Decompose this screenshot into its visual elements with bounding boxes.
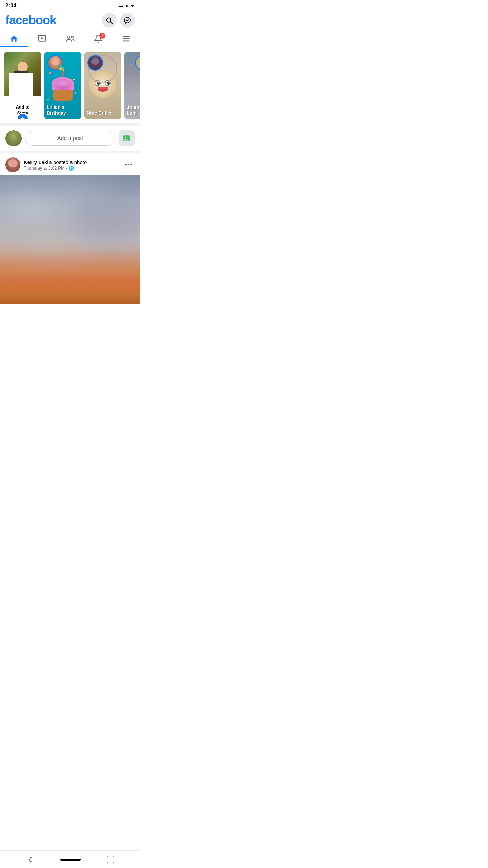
nav-item-home[interactable] (0, 31, 28, 47)
post-author-name: Kerry Lakin (24, 159, 52, 165)
status-icons: ▬ ● ▼ (119, 3, 135, 8)
status-bar: 2:04 ▬ ● ▼ (0, 0, 140, 10)
story-nate[interactable]: Nate Butler (84, 52, 121, 119)
svg-point-5 (71, 36, 73, 38)
nav-item-notifications[interactable]: 2 (84, 31, 112, 47)
svg-marker-3 (41, 37, 43, 40)
separator-1 (0, 123, 140, 126)
separator-2 (0, 151, 140, 153)
post-action-text: posted a photo (53, 159, 87, 165)
search-icon (105, 17, 113, 24)
battery-icon: ▬ (119, 3, 123, 8)
facebook-logo: facebook (5, 13, 56, 27)
post-more-button[interactable]: ••• (123, 159, 135, 171)
play-icon (38, 34, 46, 43)
story-lillian-label: Lillian'sBirthday (47, 104, 79, 116)
messenger-icon (124, 17, 131, 24)
svg-rect-7 (123, 38, 130, 39)
app-header: facebook (0, 10, 140, 31)
nav-item-menu[interactable] (112, 31, 140, 47)
add-post-label: Add a post (57, 135, 83, 141)
notification-badge: 2 (99, 33, 105, 39)
nav-item-groups[interactable] (56, 31, 84, 47)
photo-icon (122, 134, 131, 143)
signal-dot-icon: ● (125, 3, 128, 8)
story-add[interactable]: + Add toStory (4, 52, 41, 119)
stories-row: + Add toStory (0, 47, 140, 123)
search-button[interactable] (102, 13, 117, 28)
add-post-button[interactable]: Add a post (25, 131, 115, 146)
messenger-button[interactable] (120, 13, 135, 28)
kerry-lakin-avatar (5, 157, 20, 172)
post-image (0, 175, 140, 304)
post-composer: Add a post (0, 126, 140, 151)
post-author-line: Kerry Lakin posted a photo (24, 159, 123, 165)
photo-video-button[interactable] (119, 130, 135, 146)
story-lillian[interactable]: 🎂 Lillian'sBirthday (44, 52, 81, 119)
story-joanna-label: JoannaLam (127, 104, 140, 116)
post-header: Kerry Lakin posted a photo Thursday at 3… (0, 153, 140, 175)
menu-icon (122, 34, 131, 43)
nav-item-watch[interactable] (28, 31, 56, 47)
groups-icon (65, 34, 75, 43)
post-timestamp: Thursday at 3:02 PM (24, 165, 65, 171)
svg-line-1 (110, 22, 112, 23)
current-user-avatar (5, 130, 22, 146)
post-author-info: Kerry Lakin posted a photo Thursday at 3… (24, 159, 123, 171)
story-joanna[interactable]: JoannaLam (124, 52, 140, 119)
nav-bar: 2 (0, 31, 140, 47)
svg-point-4 (68, 36, 70, 38)
home-icon (9, 34, 18, 43)
svg-rect-6 (123, 36, 130, 37)
story-nate-label: Nate Butler (87, 110, 119, 116)
post-1: Kerry Lakin posted a photo Thursday at 3… (0, 153, 140, 304)
post-meta: Thursday at 3:02 PM · 🌐 (24, 165, 123, 171)
signal-down-icon: ▼ (130, 3, 135, 8)
svg-point-10 (125, 137, 126, 138)
more-dots-icon: ••• (125, 161, 133, 169)
header-actions (102, 13, 135, 28)
globe-icon: 🌐 (68, 165, 74, 171)
svg-rect-8 (123, 40, 130, 41)
status-time: 2:04 (5, 3, 16, 9)
